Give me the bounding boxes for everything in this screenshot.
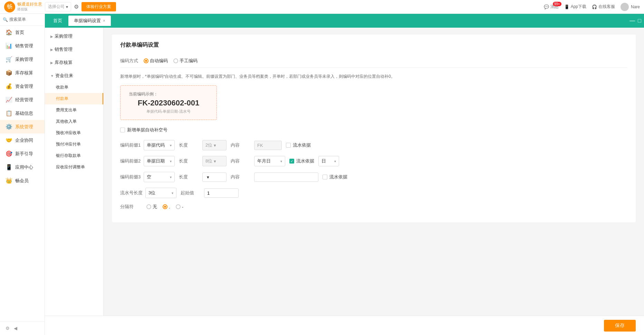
page-content: ▶ 采购管理 ▶ 销售管理 ▶ 库存核算 (45, 28, 644, 316)
sidebar-label-enterprise: 企业协同 (15, 137, 33, 143)
company-dropdown[interactable]: 选择公司 ▾ (45, 2, 71, 11)
subnav-capital-title[interactable]: ▼ 资金往来 (45, 70, 103, 82)
radio-auto[interactable]: 自动编码 (144, 58, 168, 64)
sep-dot-radio[interactable]: . (163, 204, 170, 210)
minimize-icon[interactable]: — (629, 18, 635, 24)
experience-btn[interactable]: 体验行业方案 (81, 2, 116, 11)
sidebar-item-inventory[interactable]: 📦 库存核算 (0, 66, 45, 80)
sidebar-label-finance: 资金管理 (15, 83, 33, 90)
tab-close-icon[interactable]: × (103, 18, 105, 23)
water1-checkbox[interactable] (286, 143, 291, 148)
subnav-group-sales: ▶ 销售管理 (45, 44, 103, 55)
sidebar-item-guide[interactable]: 🎯 新手引导 (0, 147, 45, 160)
sidebar-item-system[interactable]: ⚙️ 系统管理 (0, 120, 45, 133)
water2-checkbox[interactable]: ✓ (289, 159, 294, 164)
sidebar-item-sales[interactable]: 📊 销售管理 (0, 39, 45, 53)
subnav-inventory-title[interactable]: ▶ 库存核算 (45, 57, 103, 68)
sidebar-settings-icon[interactable]: ⚙ (6, 326, 10, 331)
prefix1-select[interactable]: 单据代码 ▾ (144, 140, 175, 150)
auto-fill-checkbox[interactable] (120, 128, 125, 132)
app-download-button[interactable]: 📱 App下载 (564, 4, 586, 10)
sep-dash-radio[interactable]: - (176, 204, 183, 210)
encoding-label: 编码方式 (120, 58, 138, 64)
sep-none-label: 无 (153, 204, 157, 210)
subnav-label-payment: 付款单 (56, 96, 68, 101)
subnav-item-prepay-receivable[interactable]: 预收冲应收单 (45, 127, 103, 139)
subnav-item-expense[interactable]: 费用支出单 (45, 104, 103, 116)
sidebar-item-basic[interactable]: 📋 基础信息 (0, 106, 45, 120)
subnav-item-other-income[interactable]: 其他收入单 (45, 116, 103, 127)
prefix3-select[interactable]: 空 ▾ (144, 172, 175, 182)
start-value-field: 起始值 (181, 188, 239, 198)
system-icon: ⚙️ (6, 123, 12, 130)
subnav-sales-title[interactable]: ▶ 销售管理 (45, 44, 103, 55)
subnav-item-receipt[interactable]: 收款单 (45, 82, 103, 93)
sidebar-item-purchase[interactable]: 🛒 采购管理 (0, 53, 45, 66)
avatar (621, 3, 629, 11)
search-menu[interactable]: 🔍 搜索菜单 (0, 14, 45, 26)
enterprise-icon: 🤝 (6, 137, 12, 143)
member-icon: 👑 (6, 177, 12, 184)
sidebar-label-inventory: 库存核算 (15, 70, 33, 76)
subnav-item-receivable-adjust[interactable]: 应收应付调整单 (45, 161, 103, 173)
prefix1-field: 编码前缀1 单据代码 ▾ (120, 140, 175, 150)
finance-icon: 💰 (6, 83, 12, 90)
online-service-button[interactable]: 🎧 在线客服 (592, 4, 615, 10)
app-label: App下载 (571, 4, 586, 10)
period-select[interactable]: 日 ▾ (318, 156, 339, 166)
sidebar-collapse-icon[interactable]: ◀ (14, 326, 17, 331)
gear-icon[interactable]: ⚙ (74, 3, 79, 10)
page-title: 付款单编码设置 (120, 41, 627, 49)
sidebar-item-finance[interactable]: 💰 资金管理 (0, 80, 45, 93)
main-layout: 🔍 搜索菜单 🏠 首页 📊 销售管理 🛒 采购管理 📦 库存核算 💰 资金管理 … (0, 14, 644, 335)
content3-input[interactable] (254, 173, 318, 182)
message-button[interactable]: 💬 消息 99+ (544, 4, 559, 10)
user-name: Nare (631, 4, 640, 9)
subnav-item-prepay-payable[interactable]: 预付冲应付单 (45, 139, 103, 150)
serial-length-select[interactable]: 3位 ▾ (145, 188, 176, 198)
logo: 畅 畅通道好生意 搭扭版 (4, 1, 42, 12)
subnav-item-bank-deposit[interactable]: 银行存取款单 (45, 150, 103, 161)
prefix2-select[interactable]: 单据日期 ▾ (144, 156, 175, 166)
length3-select[interactable]: ▾ (202, 173, 227, 182)
auto-fill-label: 新增单据自动补空号 (127, 127, 167, 133)
subnav-group-inventory: ▶ 库存核算 (45, 57, 103, 68)
form-section: 付款单编码设置 编码方式 自动编码 手工编码 (112, 35, 636, 222)
sidebar-label-sales: 销售管理 (15, 43, 33, 49)
maximize-icon[interactable]: □ (638, 18, 641, 24)
prefix3-arrow: ▾ (170, 175, 172, 179)
content2-field: 内容 年月日 ▾ (231, 156, 285, 166)
content-area: 首页 单据编码设置 × — □ ▶ 采购管理 (45, 14, 644, 335)
save-button[interactable]: 保存 (604, 320, 636, 332)
prefix2-value: 单据日期 (147, 158, 165, 164)
separator-row: 分隔符 无 . - (120, 204, 627, 210)
length2-value: 8位 (205, 158, 212, 164)
sidebar-item-enterprise[interactable]: 🤝 企业协同 (0, 133, 45, 147)
water2-checkbox-group: ✓ 流水依据 (289, 158, 314, 164)
radio-manual-dot (173, 58, 178, 63)
serial-length-label: 流水号长度 (120, 190, 143, 196)
radio-auto-dot (144, 58, 148, 63)
basic-icon: 📋 (6, 110, 12, 117)
sidebar-label-system: 系统管理 (15, 124, 33, 130)
sep-none-radio[interactable]: 无 (146, 204, 157, 210)
sidebar-item-member[interactable]: 👑 畅会员 (0, 174, 45, 187)
sidebar-label-guide: 新手引导 (15, 151, 33, 157)
content2-select[interactable]: 年月日 ▾ (254, 156, 285, 166)
subnav-label-receipt: 收款单 (56, 85, 68, 90)
subnav-item-payment[interactable]: 付款单 (45, 93, 103, 104)
tab-active[interactable]: 单据编码设置 × (68, 16, 111, 26)
top-bar: 畅 畅通道好生意 搭扭版 选择公司 ▾ ⚙ 体验行业方案 💬 消息 99+ 📱 … (0, 0, 644, 14)
start-value-input[interactable] (204, 188, 239, 198)
water3-checkbox[interactable] (323, 175, 327, 179)
sidebar-item-operation[interactable]: 📈 经营管理 (0, 93, 45, 106)
subnav-capital-label: 资金往来 (55, 73, 73, 79)
radio-manual[interactable]: 手工编码 (173, 58, 198, 64)
sidebar-item-appcenter[interactable]: 📱 应用中心 (0, 160, 45, 174)
sidebar-item-home[interactable]: 🏠 首页 (0, 26, 45, 39)
user-area[interactable]: Nare (621, 3, 640, 11)
length3-arrow: ▾ (207, 175, 209, 180)
app-icon: 📱 (564, 4, 569, 9)
tab-home[interactable]: 首页 (48, 16, 68, 26)
subnav-purchase-title[interactable]: ▶ 采购管理 (45, 30, 103, 42)
